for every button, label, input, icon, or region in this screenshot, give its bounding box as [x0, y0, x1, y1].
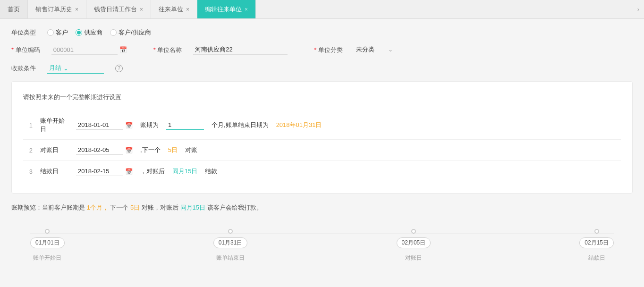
radio-supplier-circle: [76, 29, 82, 36]
timeline-date-1: 01月31日: [213, 237, 248, 248]
unit-code-label: 单位编码: [11, 46, 40, 54]
timeline-date-3: 02月15日: [579, 237, 614, 248]
radio-supplier-label: 供应商: [84, 28, 102, 37]
timeline-circle-0: [45, 229, 50, 234]
row-3-date-input[interactable]: [76, 167, 123, 176]
preview-highlight1: 1个月，: [87, 204, 109, 211]
row-3-desc-highlight: 同月15日: [172, 167, 197, 176]
row-1-period-prefix: 账期为: [140, 121, 159, 129]
timeline-label-1: 账单结束日: [216, 254, 245, 262]
tab-sales-history[interactable]: 销售订单历史 ×: [28, 0, 86, 18]
timeline-date-0: 01月01日: [30, 237, 65, 248]
payment-condition-label: 收款条件: [11, 64, 36, 73]
row-3-label: 结款日: [40, 167, 68, 176]
row-1-date-wrapper: 📅: [76, 120, 133, 130]
row-1-label: 账单开始日: [40, 117, 68, 134]
row-2-date-wrapper: 📅: [76, 145, 133, 155]
timeline-label-3: 结款日: [588, 254, 605, 262]
timeline-node-3: 02月15日 结款日: [579, 229, 614, 262]
row-2-desc-prefix: ,下一个: [140, 146, 161, 154]
tab-partner-close[interactable]: ×: [186, 6, 189, 13]
radio-customer[interactable]: 客户: [47, 28, 68, 37]
timeline-date-2: 02月05日: [397, 237, 431, 248]
tab-edit-partner[interactable]: 编辑往来单位 ×: [197, 0, 256, 18]
row-1-date-input[interactable]: [76, 120, 123, 130]
tab-sales-history-label: 销售订单历史: [35, 5, 72, 14]
unit-code-icon[interactable]: 📅: [119, 46, 127, 53]
main-content: 单位类型 客户 供应商 客户/供应商 单位编码 📅 单位名称 单位分类: [0, 19, 644, 287]
tab-edit-partner-label: 编辑往来单位: [205, 5, 242, 14]
tab-partner-label: 往来单位: [159, 5, 183, 14]
tab-home-label: 首页: [8, 5, 20, 14]
unit-category-chevron-icon: ⌄: [388, 46, 418, 53]
preview-highlight3: 同月15日: [180, 204, 205, 211]
row-1-period-highlight: 2018年01月31日: [276, 121, 322, 129]
config-row-3: 3 结款日 📅 ，对账后 同月15日 结款: [23, 161, 621, 182]
row-3-desc-suffix: 结款: [205, 167, 217, 176]
preview-text2: 对账，对账后: [142, 204, 178, 211]
timeline-circle-3: [594, 229, 599, 234]
radio-both-circle: [110, 29, 117, 36]
unit-type-row: 单位类型 客户 供应商 客户/供应商: [11, 28, 633, 37]
timeline-node-2: 02月05日 对账日: [397, 229, 431, 262]
preview-section: 账期预览：当前客户账期是 1个月， 下一个 5日 对账，对账后 同月15日 该客…: [11, 203, 633, 276]
preview-text1: 下一个: [110, 204, 128, 211]
row-3-calendar-icon[interactable]: 📅: [125, 168, 133, 175]
help-icon[interactable]: ?: [115, 65, 123, 72]
row-2-desc-highlight: 5日: [168, 146, 178, 154]
tab-cash-workbench[interactable]: 钱货日清工作台 ×: [86, 0, 151, 18]
radio-group: 客户 供应商 客户/供应商: [47, 28, 151, 37]
radio-customer-label: 客户: [56, 28, 68, 37]
preview-prefix: 账期预览：当前客户账期是: [11, 204, 85, 211]
timeline-node-0: 01月01日 账单开始日: [30, 229, 65, 262]
timeline-node-1: 01月31日 账单结束日: [213, 229, 248, 262]
timeline-label-2: 对账日: [405, 254, 422, 262]
unit-code-wrapper: 📅: [51, 45, 127, 55]
radio-both[interactable]: 客户/供应商: [110, 28, 151, 37]
config-title: 请按照未来的一个完整帐期进行设置: [23, 93, 621, 101]
row-2-calendar-icon[interactable]: 📅: [125, 147, 133, 154]
tab-cash-workbench-close[interactable]: ×: [140, 6, 143, 13]
tab-sales-history-close[interactable]: ×: [75, 6, 78, 13]
row-3-num: 3: [23, 168, 33, 175]
tab-cash-workbench-label: 钱货日清工作台: [94, 5, 137, 14]
row-2-num: 2: [23, 147, 33, 154]
timeline: 01月01日 账单开始日 01月31日 账单结束日 02月05日 对账日 02月…: [11, 224, 633, 276]
timeline-nodes: 01月01日 账单开始日 01月31日 账单结束日 02月05日 对账日 02月…: [11, 229, 633, 262]
preview-highlight2: 5日: [130, 204, 140, 211]
payment-condition-select[interactable]: 月结 ⌄: [47, 63, 104, 74]
unit-category-value: 未分类: [356, 45, 386, 54]
timeline-circle-2: [411, 229, 416, 234]
preview-text: 账期预览：当前客户账期是 1个月， 下一个 5日 对账，对账后 同月15日 该客…: [11, 203, 633, 213]
config-row-2: 2 对账日 📅 ,下一个 5日 对账: [23, 140, 621, 161]
tab-partner[interactable]: 往来单位 ×: [151, 0, 197, 18]
preview-suffix: 该客户会给我打款。: [207, 204, 263, 211]
row-2-label: 对账日: [40, 146, 68, 154]
row-2-date-input[interactable]: [76, 145, 123, 155]
row-1-num: 1: [23, 122, 33, 129]
payment-condition-value: 月结: [49, 64, 61, 72]
unit-name-label: 单位名称: [153, 46, 182, 54]
row-2-desc-suffix: 对账: [185, 146, 197, 154]
radio-supplier[interactable]: 供应商: [76, 28, 102, 37]
row-1-period-suffix: 个月,账单结束日期为: [212, 121, 269, 129]
config-box: 请按照未来的一个完整帐期进行设置 1 账单开始日 📅 账期为 个月,账单结束日期…: [11, 81, 633, 194]
unit-info-row: 单位编码 📅 单位名称 单位分类 未分类 ⌄: [11, 44, 633, 55]
row-1-calendar-icon[interactable]: 📅: [125, 122, 133, 129]
timeline-label-0: 账单开始日: [33, 254, 61, 262]
tab-home[interactable]: 首页: [0, 0, 28, 18]
tab-arrow[interactable]: ›: [633, 0, 644, 18]
row-1-period-input[interactable]: [166, 120, 204, 130]
unit-category-select[interactable]: 未分类 ⌄: [354, 44, 420, 55]
tab-bar: 首页 销售订单历史 × 钱货日清工作台 × 往来单位 × 编辑往来单位 × ›: [0, 0, 644, 19]
radio-both-label: 客户/供应商: [119, 28, 151, 37]
unit-code-input[interactable]: [51, 45, 118, 55]
unit-name-input[interactable]: [193, 45, 288, 55]
payment-condition-row: 收款条件 月结 ⌄ ?: [11, 63, 633, 74]
unit-category-label: 单位分类: [314, 46, 343, 54]
row-3-date-wrapper: 📅: [76, 167, 133, 176]
row-3-desc-prefix: ，对账后: [140, 167, 165, 176]
unit-type-label: 单位类型: [11, 28, 36, 37]
radio-customer-circle: [47, 29, 54, 36]
tab-edit-partner-close[interactable]: ×: [245, 6, 248, 13]
